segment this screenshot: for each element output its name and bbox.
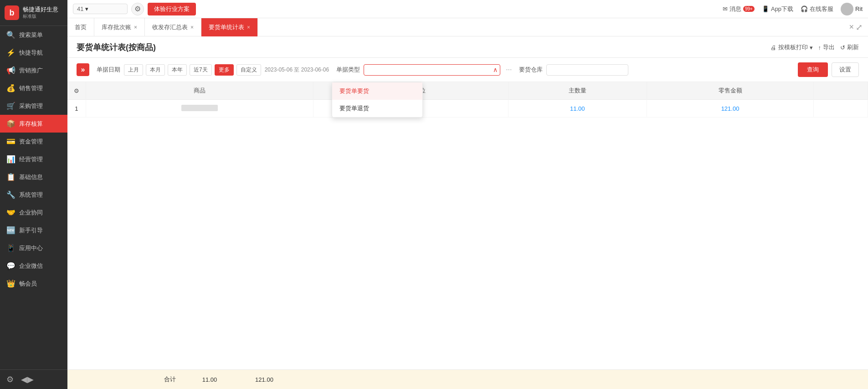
print-button[interactable]: 🖨 按模板打印 ▾: [770, 43, 813, 51]
filter-warehouse-input[interactable]: [546, 64, 628, 76]
date-last-month-button[interactable]: 上月: [124, 64, 143, 76]
sidebar-item-sales[interactable]: 💰销售管理: [0, 79, 67, 97]
tab-inventory-batch-close[interactable]: ×: [134, 24, 137, 31]
filter-type-input[interactable]: [364, 64, 500, 76]
sidebar-item-wechat[interactable]: 💬企业微信: [0, 257, 67, 275]
sidebar-item-label: 畅会员: [19, 280, 37, 288]
sidebar-item-label: 企业微信: [19, 262, 43, 270]
print-icon: 🖨: [770, 44, 776, 51]
table-cell-num: 1: [67, 100, 86, 118]
date-this-year-button[interactable]: 本年: [168, 64, 187, 76]
filter-warehouse-group: 要货仓库: [519, 64, 628, 76]
app-logo-icon: b: [5, 5, 19, 20]
base-icon: 📋: [6, 173, 15, 181]
table-container: ⚙ 商品 主计量单位 主数量 零售金额 1: [67, 82, 868, 369]
wechat-icon: 💬: [6, 261, 15, 270]
query-button[interactable]: 查询: [798, 62, 828, 77]
filter-type-arrow[interactable]: ∧: [493, 66, 498, 73]
trial-industry-button[interactable]: 体验行业方案: [148, 3, 196, 15]
search-icon: 🔍: [6, 31, 15, 39]
amount-link[interactable]: 121.00: [721, 105, 740, 112]
guide-icon: 🆕: [6, 226, 15, 235]
sidebar-item-label: 新手引导: [19, 226, 43, 235]
filter-warehouse-label: 要货仓库: [519, 66, 543, 74]
sidebar-item-guide[interactable]: 🆕新手引导: [0, 221, 67, 239]
filter-type-dots[interactable]: ···: [506, 66, 512, 74]
table-cell-amount: 121.00: [647, 100, 813, 118]
purchase-icon: 🛒: [6, 102, 15, 110]
type-dropdown: 要货单要货 要货单退货: [332, 82, 423, 118]
sidebar-item-marketing[interactable]: 📢营销推广: [0, 61, 67, 79]
refresh-label: 刷新: [847, 43, 859, 51]
tab-home[interactable]: 首页: [67, 18, 94, 36]
company-num: 41: [77, 5, 83, 12]
finance-icon: 💳: [6, 137, 15, 146]
table-cell-quantity: 11.00: [508, 100, 647, 118]
date-range-text: 2023-05-06 至 2023-06-06: [265, 66, 329, 74]
app-download-button[interactable]: 📱 App下载: [762, 5, 793, 13]
sidebar-item-label: 经营管理: [19, 155, 43, 164]
sidebar-item-system[interactable]: 🔧系统管理: [0, 186, 67, 204]
table-footer: 合计 11.00 121.00: [67, 369, 868, 389]
tab-receipt-summary-close[interactable]: ×: [190, 24, 194, 31]
user-menu[interactable]: Rit: [841, 3, 863, 15]
sidebar-item-label: 基础信息: [19, 173, 43, 181]
sidebar-item-label: 应用中心: [19, 244, 43, 252]
marketing-icon: 📢: [6, 66, 15, 75]
sidebar-collapse-icon[interactable]: ◀▶: [21, 374, 34, 384]
sidebar-settings-icon[interactable]: ⚙: [6, 374, 14, 384]
sidebar-item-label: 企业协同: [19, 209, 43, 217]
tab-inventory-batch[interactable]: 库存批次账 ×: [94, 18, 145, 36]
sales-icon: 💰: [6, 84, 15, 92]
page-title-row: 要货单统计表(按商品) 🖨 按模板打印 ▾ ↑ 导出 ↺ 刷新: [77, 42, 859, 53]
sidebar-item-operations[interactable]: 📊经营管理: [0, 150, 67, 168]
sidebar-item-enterprise[interactable]: 🤝企业协同: [0, 204, 67, 221]
message-button[interactable]: ✉ 消息 99+: [723, 5, 755, 13]
tabs-bar: 首页 库存批次账 × 收发存汇总表 × 要货单统计表 × × ⤢: [67, 18, 868, 36]
sidebar-item-shortcut[interactable]: ⚡快捷导航: [0, 44, 67, 61]
filter-expand-button[interactable]: »: [77, 63, 89, 76]
dropdown-item-requisition-return[interactable]: 要货单退货: [332, 100, 422, 117]
date-this-month-button[interactable]: 本月: [146, 64, 165, 76]
table-cell-product: [86, 100, 313, 118]
table-col-product: 商品: [86, 82, 313, 100]
date-last-7days-button[interactable]: 近7天: [190, 64, 212, 76]
sidebar-item-apps[interactable]: 📱应用中心: [0, 239, 67, 257]
tab-receipt-summary[interactable]: 收发存汇总表 ×: [145, 18, 201, 36]
sidebar-item-base[interactable]: 📋基础信息: [0, 168, 67, 186]
sidebar-item-finance[interactable]: 💳资金管理: [0, 133, 67, 150]
filter-type-label: 单据类型: [336, 66, 360, 74]
export-icon: ↑: [818, 44, 822, 51]
sidebar-item-search[interactable]: 🔍搜索菜单: [0, 26, 67, 44]
date-more-button[interactable]: 更多: [215, 64, 234, 76]
topbar-left: 41 ▾ ⚙ 体验行业方案: [73, 3, 719, 15]
tab-requisition-summary[interactable]: 要货单统计表 ×: [201, 18, 258, 36]
tab-expand-button[interactable]: × ⤢: [843, 22, 868, 32]
topbar-settings-button[interactable]: ⚙: [131, 3, 144, 15]
table-cell-extra: [814, 100, 868, 118]
tab-requisition-summary-close[interactable]: ×: [247, 24, 250, 31]
app-download-icon: 📱: [762, 5, 769, 12]
sidebar-item-member[interactable]: 👑畅会员: [0, 275, 67, 292]
settings-filter-button[interactable]: 设置: [832, 62, 859, 77]
export-button[interactable]: ↑ 导出: [818, 43, 835, 51]
topbar: 41 ▾ ⚙ 体验行业方案 ✉ 消息 99+ 📱 App下载 🎧 在线客服 R: [67, 0, 868, 18]
sidebar: b 畅捷通好生意 标准版 🔍搜索菜单⚡快捷导航📢营销推广💰销售管理🛒采购管理📦库…: [0, 0, 67, 389]
tab-home-label: 首页: [75, 23, 87, 31]
sidebar-item-inventory[interactable]: 📦库存核算: [0, 115, 67, 133]
message-icon: ✉: [723, 5, 728, 12]
sidebar-item-label: 营销推广: [19, 67, 43, 75]
member-icon: 👑: [6, 279, 15, 288]
company-selector[interactable]: 41 ▾: [73, 4, 128, 14]
sidebar-item-purchase[interactable]: 🛒采购管理: [0, 97, 67, 115]
date-custom-button[interactable]: 自定义: [236, 64, 261, 76]
refresh-button[interactable]: ↺ 刷新: [840, 43, 859, 51]
quantity-link[interactable]: 11.00: [570, 105, 585, 112]
table-row: 1 块 11.00 121.00: [67, 100, 868, 118]
sidebar-scroll: 🔍搜索菜单⚡快捷导航📢营销推广💰销售管理🛒采购管理📦库存核算💳资金管理📊经营管理…: [0, 26, 67, 369]
app-name: 畅捷通好生意: [23, 6, 58, 14]
sidebar-item-label: 销售管理: [19, 84, 43, 92]
table-settings-icon[interactable]: ⚙: [67, 82, 86, 100]
dropdown-item-requisition-order[interactable]: 要货单要货: [332, 82, 422, 100]
online-service-button[interactable]: 🎧 在线客服: [801, 5, 833, 13]
